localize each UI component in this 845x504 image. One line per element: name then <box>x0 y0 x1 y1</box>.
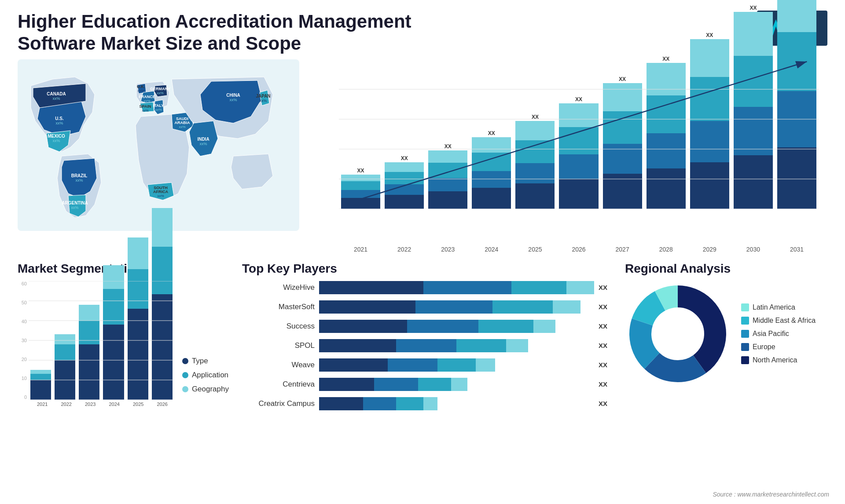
reg-color-north-america <box>741 356 749 364</box>
player-bar-centrieva <box>319 378 594 391</box>
key-players-title: Top Key Players <box>242 262 607 276</box>
reg-legend-north-america: North America <box>741 356 816 364</box>
seg-x-2021: 2021 <box>30 402 54 407</box>
seg-grid <box>29 281 174 400</box>
player-name-creatrix: Creatrix Campus <box>242 399 315 408</box>
y-20: 20 <box>18 357 27 362</box>
svg-text:xx%: xx% <box>137 89 144 93</box>
y-60: 60 <box>18 281 27 286</box>
player-seg1-mastersoft <box>319 300 415 314</box>
x-label-2021: 2021 <box>341 246 380 253</box>
x-label-2030: 2030 <box>734 246 773 253</box>
svg-text:xx%: xx% <box>71 205 78 210</box>
donut-center <box>652 308 703 359</box>
svg-text:U.K.: U.K. <box>137 84 145 89</box>
player-name-wizehive: WizeHive <box>242 283 315 292</box>
x-label-2022: 2022 <box>385 246 424 253</box>
svg-text:ARGENTINA: ARGENTINA <box>62 201 88 205</box>
players-list: WizeHive XX MasterSoft XX <box>242 281 607 410</box>
x-label-2025: 2025 <box>515 246 555 253</box>
player-seg2-success <box>407 320 478 333</box>
regional-title: Regional Analysis <box>625 262 832 276</box>
svg-text:xx%: xx% <box>229 98 237 102</box>
reg-color-europe <box>741 343 749 351</box>
seg-chart-inner: 60 50 40 30 20 10 0 <box>18 281 174 400</box>
svg-text:JAPAN: JAPAN <box>256 94 270 99</box>
reg-legend-latin: Latin America <box>741 303 816 311</box>
legend-geography: Geography <box>182 385 229 394</box>
player-label-success: XX <box>599 322 607 330</box>
reg-legend-mea: Middle East & Africa <box>741 317 816 325</box>
svg-text:CHINA: CHINA <box>226 93 240 98</box>
seg-bar-geo-2026 <box>152 208 173 247</box>
svg-text:INDIA: INDIA <box>197 137 209 142</box>
regional-section: Regional Analysis <box>616 262 845 429</box>
y-40: 40 <box>18 319 27 324</box>
reg-legend-europe: Europe <box>741 343 816 351</box>
player-seg1-wizehive <box>319 281 423 294</box>
player-seg4-creatrix <box>423 397 437 410</box>
seg-x-2026: 2026 <box>150 402 174 407</box>
player-seg4-centrieva <box>451 378 467 391</box>
svg-text:AFRICA: AFRICA <box>153 190 168 194</box>
player-name-weave: Weave <box>242 361 315 369</box>
player-seg1-centrieva <box>319 378 374 391</box>
x-label-2029: 2029 <box>690 246 729 253</box>
legend-type: Type <box>182 357 229 365</box>
player-seg1-weave <box>319 358 388 372</box>
player-bar-weave <box>319 358 594 372</box>
player-row-mastersoft: MasterSoft XX <box>242 300 607 314</box>
player-row-spol: SPOL XX <box>242 339 607 352</box>
player-seg2-spol <box>396 339 456 352</box>
player-name-spol: SPOL <box>242 341 315 350</box>
y-10: 10 <box>18 376 27 381</box>
player-row-success: Success XX <box>242 320 607 333</box>
svg-text:xx%: xx% <box>143 99 150 103</box>
svg-text:xx%: xx% <box>55 121 63 125</box>
legend-dot-geography <box>182 386 188 392</box>
player-bar-creatrix <box>319 397 594 410</box>
seg-x-2025: 2025 <box>126 402 150 407</box>
seg-x-2022: 2022 <box>54 402 78 407</box>
donut-container: Latin America Middle East & Africa Asia … <box>625 281 832 387</box>
legend-application: Application <box>182 371 229 380</box>
x-label-2028: 2028 <box>647 246 686 253</box>
bar-seg4-2030 <box>734 12 773 56</box>
player-bar-mastersoft <box>319 300 594 314</box>
player-label-creatrix: XX <box>599 400 607 407</box>
player-seg3-wizehive <box>511 281 566 294</box>
seg-x-labels: 2021 2022 2023 2024 2025 2026 <box>18 402 174 407</box>
player-seg1-success <box>319 320 407 333</box>
legend-dot-type <box>182 358 188 364</box>
donut-chart <box>625 281 731 387</box>
player-label-wizehive: XX <box>599 284 607 291</box>
player-seg1-creatrix <box>319 397 363 410</box>
legend-label-geography: Geography <box>192 385 229 394</box>
seg-x-2023: 2023 <box>78 402 102 407</box>
legend-label-type: Type <box>192 357 208 365</box>
player-seg2-wizehive <box>423 281 511 294</box>
player-seg2-centrieva <box>374 378 418 391</box>
seg-x-2024: 2024 <box>102 402 126 407</box>
svg-text:SPAIN: SPAIN <box>140 104 151 109</box>
seg-bar-geo-2025 <box>128 237 148 269</box>
svg-text:xx%: xx% <box>52 96 60 101</box>
player-seg4-success <box>533 320 555 333</box>
player-label-weave: XX <box>599 361 607 369</box>
x-label-2024: 2024 <box>472 246 511 253</box>
legend-label-application: Application <box>192 371 228 380</box>
seg-y-axis: 60 50 40 30 20 10 0 <box>18 281 29 400</box>
player-seg4-weave <box>476 358 495 372</box>
bar-value-2029: XX <box>706 32 713 38</box>
reg-label-europe: Europe <box>753 343 775 351</box>
source-text: Source : www.marketresearchintellect.com <box>713 491 829 498</box>
svg-text:FRANCE: FRANCE <box>139 95 155 99</box>
legend-dot-application <box>182 372 188 378</box>
y-0: 0 <box>18 394 27 400</box>
player-seg3-success <box>478 320 533 333</box>
player-row-weave: Weave XX <box>242 358 607 372</box>
segmentation-chart: 60 50 40 30 20 10 0 <box>18 281 229 407</box>
player-bar-spol <box>319 339 594 352</box>
reg-legend-asia: Asia Pacific <box>741 330 816 338</box>
svg-text:xx%: xx% <box>259 99 267 103</box>
